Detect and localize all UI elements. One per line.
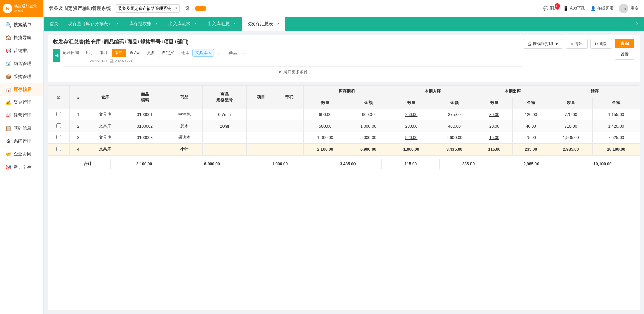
tab-close-3[interactable]: × xyxy=(193,21,198,26)
total-ps-qty: 2,100.00 xyxy=(110,159,178,169)
sidebar-item-quick-nav[interactable]: 🏠 快捷导航 xyxy=(0,31,43,44)
row-pi-amt-1: 460.00 xyxy=(433,120,476,132)
row-check-2[interactable] xyxy=(56,135,61,139)
date-btn-本年[interactable]: 本年 xyxy=(112,49,126,57)
sub-pi-qty[interactable]: 1,000.00 xyxy=(390,144,433,155)
app-download-action[interactable]: 📱 App下载 xyxy=(563,5,585,11)
warehouse-tag: 文具库 × xyxy=(192,49,214,57)
sub-ps-qty: 2,100.00 xyxy=(304,144,347,155)
system-title: 装备及固定资产辅助管理系统 xyxy=(49,5,111,12)
tab-close-1[interactable]: × xyxy=(115,21,120,26)
th-department: 部门 xyxy=(275,86,304,109)
system-select-wrapper[interactable]: 装备及固定资产辅助管理系统 xyxy=(115,4,180,13)
row-po-amt-0: 120.00 xyxy=(513,109,549,120)
row-dept-2 xyxy=(275,132,304,144)
tabbar: 首页现存量（库存分布表）×库存批次账×出入库流水×出入库汇总×收发存汇总表×× xyxy=(44,17,644,31)
goods-filter-section: 商品 ··· xyxy=(229,50,248,56)
topbar: 装备及固定资产辅助管理系统 装备及固定资产辅助管理系统 ⚙ 💬 消息 6 📱 A… xyxy=(44,0,644,17)
sidebar-item-enterprise[interactable]: 🤝 企业协同 xyxy=(0,148,43,161)
sidebar-item-operations[interactable]: 📈 经营管理 xyxy=(0,109,43,122)
tab-4[interactable]: 出入库汇总× xyxy=(203,17,242,31)
date-btn-更多[interactable]: 更多 xyxy=(144,49,158,57)
user-action[interactable]: Ea 用友 xyxy=(619,4,639,13)
date-btn-自定义[interactable]: 自定义 xyxy=(159,49,177,57)
settings-gear-button[interactable]: ⚙ xyxy=(184,4,191,13)
table-row: 1 文具库 0100001 中性笔 0.7mm 600.00 900.00 25… xyxy=(48,109,640,120)
tab-3[interactable]: 出入库流水× xyxy=(164,17,203,31)
sub-po-qty[interactable]: 115.00 xyxy=(476,144,513,155)
expand-btn-label: 展开更多条件 xyxy=(283,69,308,75)
th-index: # xyxy=(69,86,87,109)
refresh-button[interactable]: ↻ 刷新 xyxy=(590,39,612,49)
sidebar-item-marketing[interactable]: 📢 营销推广 xyxy=(0,44,43,57)
date-btn-上月[interactable]: 上月 xyxy=(82,49,96,57)
expand-more-btn[interactable]: ▼ 展开更多条件 xyxy=(278,68,308,77)
message-icon: 💬 xyxy=(543,6,548,11)
system-select[interactable]: 装备及固定资产辅助管理系统 xyxy=(115,4,180,13)
sub-checkbox[interactable] xyxy=(48,144,70,155)
row-pi-qty-1[interactable]: 230.00 xyxy=(390,120,433,132)
message-action[interactable]: 💬 消息 6 xyxy=(543,5,558,11)
sidebar-item-label-purchase: 采购管理 xyxy=(14,73,31,80)
tab-close-2[interactable]: × xyxy=(154,21,159,26)
sidebar-item-label-inventory: 库存核算 xyxy=(14,86,31,93)
row-po-qty-0[interactable]: 80.00 xyxy=(476,109,513,120)
row-checkbox-0[interactable] xyxy=(48,109,70,120)
sidebar-item-sales[interactable]: 🛒 销售管理 xyxy=(0,57,43,70)
warehouse-tag-close[interactable]: × xyxy=(209,51,211,55)
row-pi-qty-0[interactable]: 250.00 xyxy=(390,109,433,120)
export-btn-label: 导出 xyxy=(575,41,583,47)
sidebar-item-inventory[interactable]: 📊 库存核算 xyxy=(0,83,43,96)
goods-more-dots[interactable]: ··· xyxy=(240,51,248,55)
tab-2[interactable]: 库存批次账× xyxy=(125,17,164,31)
sub-check[interactable] xyxy=(56,147,61,151)
sidebar-item-search[interactable]: 🔍 搜索菜单 xyxy=(0,18,43,31)
tab-close-5[interactable]: × xyxy=(276,21,281,26)
th-warehouse: 仓库 xyxy=(87,86,123,109)
sidebar-item-guide[interactable]: 🎯 新手引导 xyxy=(0,161,43,173)
row-check-0[interactable] xyxy=(56,112,61,116)
row-po-qty-2[interactable]: 15.00 xyxy=(476,132,513,144)
total-checkbox-td xyxy=(48,159,55,169)
collapse-arrow-button[interactable]: ◀ xyxy=(53,49,60,62)
export-button[interactable]: ⬆ 导出 xyxy=(566,39,588,49)
row-checkbox-1[interactable] xyxy=(48,120,70,132)
th-product-spec: 商品规格型号 xyxy=(202,86,246,109)
row-project-2 xyxy=(246,132,275,144)
row-check-1[interactable] xyxy=(56,123,61,128)
row-po-qty-1[interactable]: 20.00 xyxy=(476,120,513,132)
row-checkbox-2[interactable] xyxy=(48,132,70,144)
date-btn-本月[interactable]: 本月 xyxy=(97,49,111,57)
row-index-2: 3 xyxy=(69,132,87,144)
experience-button[interactable] xyxy=(195,6,206,11)
query-button[interactable]: 查询 xyxy=(615,39,634,48)
tab-1[interactable]: 现存量（库存分布表）× xyxy=(63,17,125,31)
tabbar-close-button[interactable]: × xyxy=(631,21,643,27)
col-settings-button[interactable]: 设置 xyxy=(615,50,634,60)
th-balance: 结存 xyxy=(549,86,640,97)
tab-5[interactable]: 收发存汇总表× xyxy=(242,17,285,31)
row-ps-amt-1: 1,000.00 xyxy=(347,120,390,132)
avatar: Ea xyxy=(619,4,628,13)
print-button[interactable]: 🖨 按模板打印 ▼ xyxy=(523,39,563,49)
filter-main: 记账日期 上月本月本年近7天更多自定义 仓库 文具库 × xyxy=(63,49,523,78)
total-b-amt: 10,100.00 xyxy=(565,159,640,169)
goods-label: 商品 xyxy=(229,50,237,56)
operations-icon: 📈 xyxy=(5,113,11,118)
col-setting-th: ⚙ xyxy=(48,86,70,109)
sidebar-item-finance[interactable]: 💰 资金管理 xyxy=(0,96,43,109)
tab-close-4[interactable]: × xyxy=(232,21,237,26)
row-pi-qty-2[interactable]: 520.00 xyxy=(390,132,433,144)
summary-table: ⚙ # 仓库 商品编码 商品 商品规格型号 项目 部门 库存期初 本期入库 本期… xyxy=(48,85,640,155)
sidebar-item-label-operations: 经营管理 xyxy=(14,112,31,118)
online-service-action[interactable]: 👤 在线客服 xyxy=(591,5,613,11)
sidebar-item-system[interactable]: ⚙ 系统管理 xyxy=(0,135,43,148)
sidebar-item-purchase[interactable]: 📦 采购管理 xyxy=(0,70,43,83)
tab-label-3: 出入库流水 xyxy=(168,21,191,27)
date-btn-近7天[interactable]: 近7天 xyxy=(127,49,143,57)
column-setting-button[interactable]: ⚙ xyxy=(56,95,61,100)
sidebar-menu: 🔍 搜索菜单 🏠 快捷导航 📢 营销推广 🛒 销售管理 📦 采购管理 📊 库存核… xyxy=(0,17,43,314)
tab-0[interactable]: 首页 xyxy=(45,17,63,31)
sidebar-item-basic-info[interactable]: 📋 基础信息 xyxy=(0,122,43,135)
warehouse-more-dots[interactable]: ··· xyxy=(217,51,225,55)
